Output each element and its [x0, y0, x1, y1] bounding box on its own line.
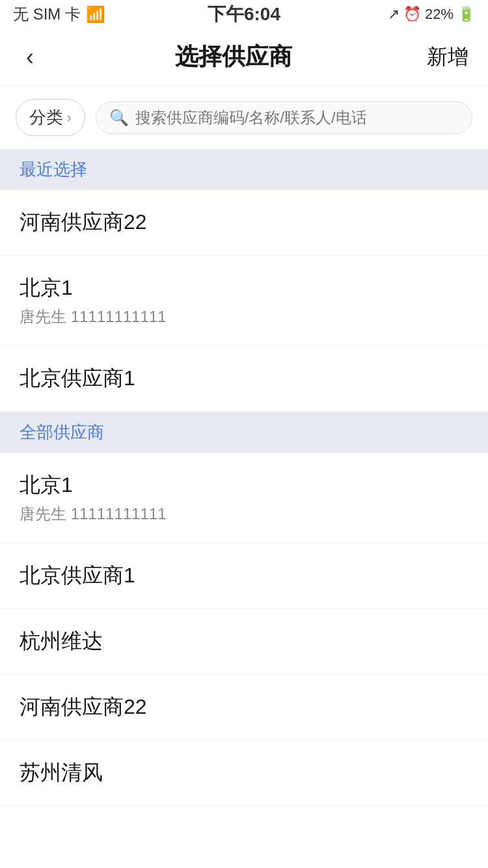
- nav-bar: ‹ 选择供应商 新增: [0, 29, 488, 86]
- battery-icon: 🔋: [457, 6, 475, 23]
- status-right: ↗ ⏰ 22% 🔋: [388, 6, 475, 23]
- list-item[interactable]: 北京供应商1: [0, 543, 488, 609]
- search-input[interactable]: [135, 109, 459, 127]
- item-name: 苏州清风: [20, 759, 468, 787]
- search-box: 🔍: [96, 102, 472, 134]
- sections-container: 最近选择河南供应商22北京1唐先生 11111111111北京供应商1全部供应商…: [0, 149, 488, 806]
- add-button[interactable]: 新增: [427, 43, 468, 72]
- list-item[interactable]: 北京1唐先生 11111111111: [0, 256, 488, 346]
- status-time: 下午6:04: [208, 2, 280, 27]
- wifi-icon: 📶: [86, 5, 105, 23]
- item-name: 河南供应商22: [20, 208, 468, 237]
- page-title: 选择供应商: [175, 41, 292, 73]
- list-item[interactable]: 河南供应商22: [0, 675, 488, 740]
- back-button[interactable]: ‹: [20, 37, 40, 77]
- item-name: 北京供应商1: [20, 562, 468, 590]
- list-item[interactable]: 杭州维达: [0, 609, 488, 675]
- status-left: 无 SIM 卡 📶: [13, 4, 105, 25]
- item-sub: 唐先生 11111111111: [20, 306, 468, 327]
- status-bar: 无 SIM 卡 📶 下午6:04 ↗ ⏰ 22% 🔋: [0, 0, 488, 29]
- chevron-right-icon: ›: [67, 110, 72, 125]
- section-header-all: 全部供应商: [0, 412, 488, 453]
- list-item[interactable]: 苏州清风: [0, 740, 488, 806]
- sim-label: 无 SIM 卡: [13, 4, 81, 25]
- section-header-recent: 最近选择: [0, 149, 488, 190]
- location-icon: ↗: [388, 6, 400, 23]
- list-item[interactable]: 河南供应商22: [0, 190, 488, 256]
- filter-bar: 分类 › 🔍: [0, 86, 488, 149]
- alarm-icon: ⏰: [403, 6, 421, 23]
- item-name: 北京1: [20, 274, 468, 303]
- category-label: 分类: [29, 106, 63, 129]
- item-name: 北京供应商1: [20, 364, 468, 393]
- item-name: 河南供应商22: [20, 693, 468, 722]
- list-item[interactable]: 北京供应商1: [0, 346, 488, 412]
- search-icon: 🔍: [109, 109, 129, 127]
- item-sub: 唐先生 11111111111: [20, 504, 468, 524]
- battery-label: 22%: [425, 6, 454, 23]
- item-name: 杭州维达: [20, 627, 468, 656]
- category-button[interactable]: 分类 ›: [16, 99, 85, 136]
- item-name: 北京1: [20, 471, 468, 500]
- list-item[interactable]: 北京1唐先生 11111111111: [0, 453, 488, 543]
